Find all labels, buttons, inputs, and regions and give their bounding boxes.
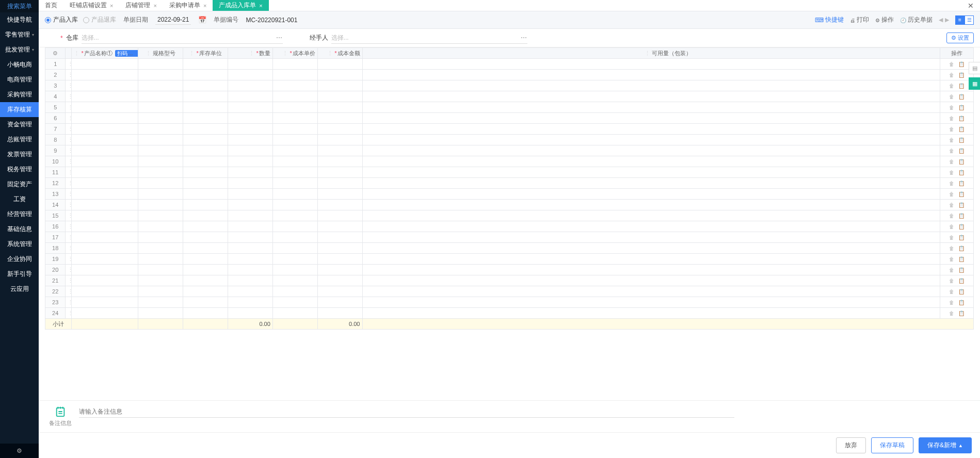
cell-name[interactable] bbox=[72, 135, 138, 145]
drag-handle-icon[interactable]: ⋮ bbox=[66, 189, 72, 200]
col-price[interactable]: ⋮ *成本单价 bbox=[272, 48, 317, 59]
cell-unit[interactable] bbox=[183, 200, 228, 210]
grid-row[interactable]: 18⋮ bbox=[45, 243, 974, 254]
cell-spec[interactable] bbox=[138, 102, 183, 113]
grid-row[interactable]: 1⋮ bbox=[45, 59, 974, 70]
cell-name[interactable] bbox=[72, 145, 138, 156]
cell-price[interactable] bbox=[272, 308, 317, 319]
cell-avail[interactable] bbox=[362, 70, 974, 80]
delete-row-icon[interactable] bbox=[949, 169, 954, 176]
drag-handle-icon[interactable]: ⋮ bbox=[66, 308, 72, 319]
grid-row[interactable]: 22⋮ bbox=[45, 286, 974, 297]
drag-handle-icon[interactable]: ⋮ bbox=[66, 178, 72, 189]
delete-row-icon[interactable] bbox=[949, 60, 954, 68]
grid-row[interactable]: 3⋮ bbox=[45, 80, 974, 91]
sidebar-item-8[interactable]: 总账管理 bbox=[0, 132, 39, 147]
drag-handle-icon[interactable]: ⋮ bbox=[66, 70, 72, 80]
col-available[interactable]: ⋮ 可用量（包装） bbox=[362, 48, 974, 59]
cell-amount[interactable] bbox=[317, 113, 362, 124]
cell-amount[interactable] bbox=[317, 145, 362, 156]
radio-product-in[interactable]: 产品入库 bbox=[45, 15, 78, 24]
cell-spec[interactable] bbox=[138, 200, 183, 210]
delete-row-icon[interactable] bbox=[949, 82, 954, 89]
save-draft-button[interactable]: 保存草稿 bbox=[871, 437, 913, 453]
cell-qty[interactable] bbox=[228, 80, 272, 91]
sidebar-item-1[interactable]: 零售管理 bbox=[0, 27, 39, 42]
cell-amount[interactable] bbox=[317, 135, 362, 145]
cell-spec[interactable] bbox=[138, 232, 183, 243]
copy-row-icon[interactable] bbox=[958, 114, 965, 122]
cell-avail[interactable] bbox=[362, 254, 974, 265]
save-and-new-button[interactable]: 保存&新增 ▲ bbox=[919, 437, 972, 453]
scan-badge[interactable]: 扫码录入 bbox=[115, 50, 138, 57]
col-config[interactable] bbox=[45, 48, 66, 59]
cell-qty[interactable] bbox=[228, 135, 272, 145]
sidebar-item-2[interactable]: 批发管理 bbox=[0, 42, 39, 57]
cell-avail[interactable] bbox=[362, 189, 974, 200]
cell-spec[interactable] bbox=[138, 210, 183, 221]
drag-handle-icon[interactable]: ⋮ bbox=[66, 210, 72, 221]
cell-unit[interactable] bbox=[183, 113, 228, 124]
cell-name[interactable] bbox=[72, 80, 138, 91]
cell-price[interactable] bbox=[272, 91, 317, 102]
grid-row[interactable]: 11⋮ bbox=[45, 167, 974, 178]
print-link[interactable]: 打印 bbox=[850, 15, 869, 24]
drag-handle-icon[interactable]: ⋮ bbox=[66, 80, 72, 91]
copy-row-icon[interactable] bbox=[958, 190, 965, 198]
cell-qty[interactable] bbox=[228, 113, 272, 124]
cell-price[interactable] bbox=[272, 59, 317, 70]
grid-row[interactable]: 16⋮ bbox=[45, 221, 974, 232]
cell-amount[interactable] bbox=[317, 275, 362, 286]
grid-row[interactable]: 20⋮ bbox=[45, 265, 974, 275]
delete-row-icon[interactable] bbox=[949, 212, 954, 219]
cell-qty[interactable] bbox=[228, 210, 272, 221]
cell-price[interactable] bbox=[272, 243, 317, 254]
cell-price[interactable] bbox=[272, 124, 317, 135]
cell-unit[interactable] bbox=[183, 91, 228, 102]
cell-price[interactable] bbox=[272, 254, 317, 265]
cell-price[interactable] bbox=[272, 102, 317, 113]
drag-handle-icon[interactable]: ⋮ bbox=[66, 232, 72, 243]
cell-unit[interactable] bbox=[183, 178, 228, 189]
cell-amount[interactable] bbox=[317, 167, 362, 178]
cell-price[interactable] bbox=[272, 156, 317, 167]
delete-row-icon[interactable] bbox=[949, 223, 954, 230]
sidebar-item-9[interactable]: 发票管理 bbox=[0, 147, 39, 162]
cell-name[interactable] bbox=[72, 70, 138, 80]
cell-avail[interactable] bbox=[362, 178, 974, 189]
cell-avail[interactable] bbox=[362, 80, 974, 91]
cell-spec[interactable] bbox=[138, 59, 183, 70]
cell-price[interactable] bbox=[272, 297, 317, 308]
cell-amount[interactable] bbox=[317, 80, 362, 91]
copy-row-icon[interactable] bbox=[958, 244, 965, 252]
copy-row-icon[interactable] bbox=[958, 212, 965, 219]
warehouse-select[interactable]: 选择... ⋯ bbox=[82, 32, 283, 44]
cell-unit[interactable] bbox=[183, 275, 228, 286]
delete-row-icon[interactable] bbox=[949, 104, 954, 111]
cell-spec[interactable] bbox=[138, 189, 183, 200]
grid-row[interactable]: 12⋮ bbox=[45, 178, 974, 189]
copy-row-icon[interactable] bbox=[958, 60, 965, 68]
grid-row[interactable]: 23⋮ bbox=[45, 297, 974, 308]
sidebar-item-11[interactable]: 固定资产 bbox=[0, 177, 39, 192]
sidebar-search[interactable]: 搜索菜单 bbox=[0, 0, 39, 12]
grid-row[interactable]: 14⋮ bbox=[45, 200, 974, 210]
cell-unit[interactable] bbox=[183, 286, 228, 297]
cell-spec[interactable] bbox=[138, 167, 183, 178]
tab-3[interactable]: 采购申请单× bbox=[163, 0, 213, 11]
cell-unit[interactable] bbox=[183, 102, 228, 113]
copy-row-icon[interactable] bbox=[958, 277, 965, 284]
cell-spec[interactable] bbox=[138, 221, 183, 232]
sidebar-item-3[interactable]: 小畅电商 bbox=[0, 57, 39, 72]
cell-price[interactable] bbox=[272, 200, 317, 210]
tab-close-icon[interactable]: × bbox=[203, 3, 206, 9]
cell-amount[interactable] bbox=[317, 221, 362, 232]
cell-avail[interactable] bbox=[362, 113, 974, 124]
col-amount[interactable]: ⋮ *成本金额 bbox=[317, 48, 362, 59]
col-qty[interactable]: ⋮ *数量 bbox=[228, 48, 272, 59]
cell-unit[interactable] bbox=[183, 189, 228, 200]
operate-link[interactable]: 操作 bbox=[875, 15, 894, 24]
cell-unit[interactable] bbox=[183, 232, 228, 243]
cell-qty[interactable] bbox=[228, 91, 272, 102]
drag-handle-icon[interactable]: ⋮ bbox=[66, 167, 72, 178]
